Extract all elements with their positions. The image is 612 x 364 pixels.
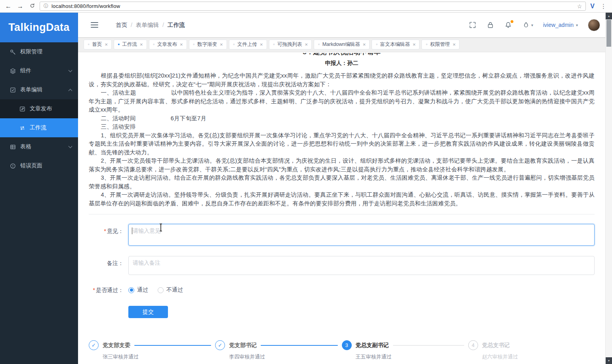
step-content: 王五审核并通过 [356,353,468,360]
tab-richtext-editor[interactable]: ● 富文本编辑器 × [372,40,419,49]
tab-label: 富文本编辑器 [380,41,410,48]
scrollbar-thumb[interactable] [606,20,611,47]
document-paragraph: 根据县委组织部(组织[20xx]21)文件通知精神，为纪念中国共产党建党xx周年… [89,72,595,89]
fullscreen-icon[interactable] [469,21,477,29]
required-asterisk: * [104,228,106,234]
remark-textarea[interactable] [128,256,595,275]
tab-close-icon[interactable]: × [453,42,456,47]
document-applicant: 申报人：孙二 [89,60,595,67]
step-waiting-number-icon: 4 [468,340,478,350]
notification-badge [511,20,513,23]
sidebar-item-error-pages[interactable]: 错误页面 [0,156,78,175]
tab-dot-icon: ● [193,43,195,46]
browser-back-icon[interactable]: ← [4,3,13,9]
theme-dropdown[interactable]: ▾ [522,21,533,29]
opinion-textarea[interactable] [128,224,595,246]
site-info-icon[interactable]: ⓘ [44,3,48,9]
ink-drop-icon [522,21,530,29]
text-caret [132,228,132,234]
tab-draggable-list[interactable]: ● 可拖拽列表 × [269,40,312,49]
sidebar-item-workflow[interactable]: 工作流 [0,118,78,137]
user-menu[interactable]: iview_admin ▾ [543,22,578,28]
breadcrumb-separator: / [162,22,164,28]
remark-label: 备注： [89,256,128,267]
form-check-icon [10,87,16,93]
key-icon [10,49,16,55]
required-asterisk: * [93,287,95,293]
step-content: 赵六审核并通过 [482,353,595,360]
tab-label: 可拖拽列表 [277,41,302,48]
sidebar-item-label: 表格 [20,143,31,150]
bookmark-star-icon[interactable]: ☆ [577,3,582,9]
tab-close-icon[interactable]: × [260,42,263,47]
step-finished-check-icon: ✓ [215,340,225,350]
section-divider [89,214,595,214]
browser-reload-icon[interactable] [28,3,36,10]
tab-file-upload[interactable]: ● 文件上传 × [229,40,267,49]
tab-close-icon[interactable]: × [220,42,223,47]
step-title: 党支部书记 [229,342,257,349]
step-branch-committee: ✓ 党支部支委 张三审核并通过 [89,340,215,360]
document-paragraph: 4、开展一次调研走访活动。坚持领导带头、分级负责，扎实开展好调研走访活动。要真正… [89,191,595,208]
scroll-down-icon[interactable]: ▾ [606,357,612,364]
browser-address-bar[interactable]: ⓘ localhost:8080/form/workflow ☆ [40,2,586,11]
tab-number-gradient[interactable]: ● 数字渐变 × [189,40,227,49]
document-paragraph: 3、开展一次走访慰问活动。结合正在开展的群众路线教育实践活动，各党总支部负责人要… [89,174,595,191]
sidebar-item-permission[interactable]: 权限管理 [0,42,78,61]
tab-close-icon[interactable]: × [140,42,143,47]
tab-label: 首页 [92,41,102,48]
submit-button[interactable]: 提交 [128,306,168,318]
step-content: 李四审核并通过 [229,353,341,360]
browser-menu-icon[interactable]: ⋮ [599,3,608,10]
tab-workflow[interactable]: ● 工作流 × [114,40,147,49]
page-content: 8：建党节庆祝活动申请单 申报人：孙二 根据县委组织部(组织[20xx]21)文… [78,52,612,364]
tab-close-icon[interactable]: × [180,42,183,47]
breadcrumb: 首页 / 表单编辑 / 工作流 [116,21,185,29]
breadcrumb-home[interactable]: 首页 [116,21,127,29]
lock-icon[interactable] [486,21,494,29]
scroll-up-icon[interactable]: ▴ [606,13,612,19]
breadcrumb-form-edit[interactable]: 表单编辑 [136,21,159,29]
sidebar-item-article-publish[interactable]: 文章发布 [0,99,78,118]
tab-close-icon[interactable]: × [363,42,366,47]
sidebar-item-form-edit[interactable]: 表单编辑 [0,80,78,99]
tab-close-icon[interactable]: × [105,42,108,47]
remark-field-row: 备注： [89,256,595,275]
chevron-down-icon [69,68,72,72]
opinion-field-row: *意见： [89,224,595,246]
avatar[interactable] [588,19,600,31]
pass-field-row: *是否通过： 通过 不通过 [89,286,595,294]
approval-steps: ✓ 党支部支委 张三审核并通过 ✓ 党支部书记 李四审核并通过 [89,340,595,360]
layers-icon [10,68,16,74]
tab-label: 文章发布 [157,41,177,48]
step-current-number-icon: 3 [342,340,352,350]
radio-checked-icon [128,287,134,293]
tab-permission[interactable]: ● 权限管理 × [421,40,459,49]
sidebar-item-components[interactable]: 组件 [0,61,78,80]
radio-pass[interactable]: 通过 [128,286,148,294]
tab-dot-icon: ● [118,43,120,46]
workflow-arrows-icon [19,125,26,131]
app-logo[interactable]: TalkingData [0,13,78,42]
tab-article-publish[interactable]: ● 文章发布 × [149,40,187,49]
vertical-scrollbar[interactable]: ▴ ▾ [605,13,612,364]
browser-toolbar: ← → ⓘ localhost:8080/form/workflow ☆ V ⋮ [0,0,612,13]
tab-markdown-editor[interactable]: ● Markdown编辑器 × [314,40,370,49]
sidebar-collapse-icon[interactable] [91,22,98,28]
browser-forward-icon[interactable]: → [16,3,25,9]
tab-close-icon[interactable]: × [305,42,308,47]
browser-extension-icon[interactable]: V [589,3,596,10]
radio-fail[interactable]: 不通过 [158,286,183,294]
breadcrumb-workflow: 工作流 [168,21,185,29]
tab-close-icon[interactable]: × [413,42,416,47]
tab-dot-icon: ● [273,43,275,46]
sidebar-item-label: 文章发布 [30,105,52,112]
sidebar: TalkingData 权限管理 组件 表单编辑 文章发布 [0,13,78,364]
step-deputy-general-secretary: 3 党总支副书记 王五审核并通过 [342,340,468,360]
tab-home[interactable]: ● 首页 × [84,40,112,49]
sidebar-item-tables[interactable]: 表格 [0,137,78,156]
notification-bell-icon[interactable] [504,21,512,29]
document-paragraph: 三、活动安排 [89,123,595,131]
chevron-down-icon [69,144,72,148]
tab-dot-icon: ● [153,43,155,46]
